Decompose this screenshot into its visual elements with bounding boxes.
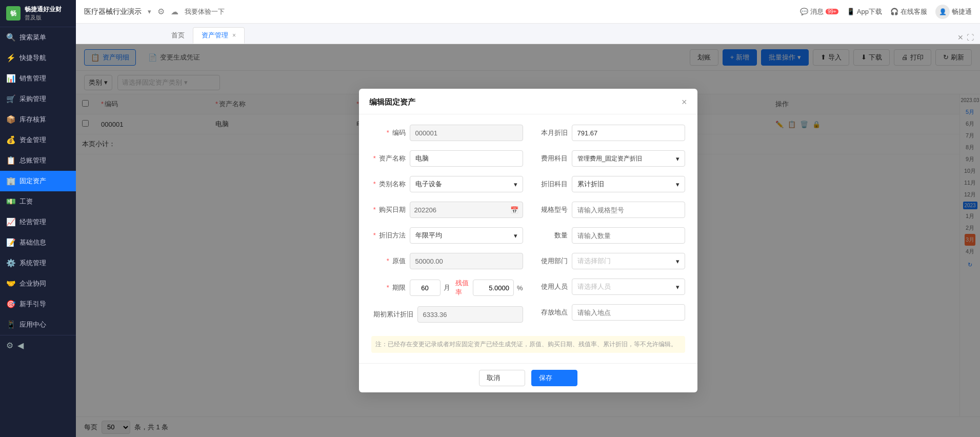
user-menu[interactable]: 👤 畅捷通: [935, 5, 972, 19]
messages-button[interactable]: 💬 消息 99+: [800, 7, 838, 16]
basic-icon: 📝: [6, 238, 15, 247]
settings-bottom-icon[interactable]: ⚙: [6, 341, 13, 350]
quick-icon: ⚡: [6, 53, 15, 63]
field-original-value: * 原值: [371, 253, 523, 269]
purchase-icon: 🛒: [6, 94, 15, 104]
quantity-input[interactable]: [572, 227, 685, 244]
user-dropdown-icon: ▾: [676, 283, 679, 291]
logo-icon: 畅: [6, 6, 21, 21]
modal-body: * 编码 * 资产名称: [359, 114, 697, 363]
depreciation-method-select[interactable]: 年限平均 ▾: [410, 227, 523, 244]
modal-cols: * 编码 * 资产名称: [371, 125, 685, 332]
department-dropdown-icon: ▾: [676, 257, 679, 265]
inventory-icon: 📦: [6, 115, 15, 124]
asset-name-input[interactable]: [410, 150, 523, 167]
field-dep-subject: 折旧科目 累计折旧 ▾: [533, 176, 685, 192]
save-button[interactable]: 保存: [531, 370, 577, 386]
settings-icon[interactable]: ⚙: [157, 7, 165, 16]
code-input[interactable]: [410, 125, 523, 141]
modal-close-button[interactable]: ×: [682, 97, 687, 108]
window-close-icon[interactable]: ✕: [957, 33, 964, 42]
initial-accumulated-input[interactable]: [417, 306, 523, 323]
customer-service-button[interactable]: 🎧 在线客服: [890, 7, 927, 16]
sidebar-item-basic[interactable]: 📝 基础信息: [0, 232, 76, 253]
experience-icon: ☁: [171, 7, 178, 16]
sidebar-item-wages[interactable]: 💵 工资: [0, 191, 76, 212]
sidebar-item-system[interactable]: ⚙️ 系统管理: [0, 253, 76, 273]
guide-icon: 🎯: [6, 300, 15, 309]
edit-asset-modal: 编辑固定资产 × * 编码: [359, 89, 697, 392]
modal-right-col: 本月折旧 费用科目: [533, 125, 685, 332]
modal-title: 编辑固定资产: [369, 97, 415, 107]
sidebar-item-fixed[interactable]: 🏢 固定资产: [0, 171, 76, 191]
content-area: 📋 资产明细 📄 变更生成凭证 划账 + 新增 批量操作 ▾ ⬆ 导入: [76, 44, 980, 437]
sidebar-item-operation[interactable]: 📈 经营管理: [0, 212, 76, 232]
messages-badge: 99+: [826, 9, 838, 14]
sidebar-item-purchase[interactable]: 🛒 采购管理: [0, 89, 76, 109]
category-select[interactable]: 电子设备 ▾: [410, 176, 523, 192]
field-department: 使用部门 请选择部门 ▾: [533, 253, 685, 269]
system-icon: ⚙️: [6, 259, 15, 268]
category-dropdown-icon: ▾: [514, 181, 517, 188]
modal-header: 编辑固定资产 ×: [359, 89, 697, 114]
field-monthly-dep: 本月折旧: [533, 125, 685, 141]
original-value-input[interactable]: [410, 253, 523, 269]
location-input[interactable]: [572, 304, 685, 321]
spec-model-input[interactable]: [572, 202, 685, 218]
field-depreciation-method: * 折旧方法 年限平均 ▾: [371, 227, 523, 244]
sidebar-bottom: ⚙ ◀: [0, 335, 76, 355]
company-name: 医疗器械行业演示: [84, 7, 142, 16]
purchase-date-input[interactable]: 202206 📅: [410, 202, 523, 218]
topbar-right: 💬 消息 99+ 📱 App下载 🎧 在线客服 👤 畅捷通: [800, 5, 972, 19]
calendar-icon: 📅: [510, 206, 518, 214]
modal-overlay: 编辑固定资产 × * 编码: [76, 44, 980, 437]
sidebar-item-enterprise[interactable]: 🤝 企业协同: [0, 273, 76, 294]
topbar: 医疗器械行业演示 ▾ ⚙ ☁ 我要体验一下 💬 消息 99+ 📱 App下载 🎧…: [76, 0, 980, 24]
sidebar-item-quick[interactable]: ⚡ 快捷导航: [0, 48, 76, 68]
sidebar-item-ledger[interactable]: 📋 总账管理: [0, 150, 76, 171]
search-icon: 🔍: [6, 33, 15, 42]
field-code: * 编码: [371, 125, 523, 141]
sidebar-item-search[interactable]: 🔍 搜索菜单: [0, 27, 76, 48]
app-download-button[interactable]: 📱 App下载: [847, 7, 882, 16]
company-dropdown-icon[interactable]: ▾: [148, 8, 151, 15]
field-initial-accumulated: 期初累计折旧: [371, 306, 523, 323]
dep-subject-dropdown-icon: ▾: [676, 181, 679, 188]
field-category: * 类别名称 电子设备 ▾: [371, 176, 523, 192]
residual-input[interactable]: [473, 280, 514, 296]
tab-home[interactable]: 首页: [163, 27, 193, 44]
monthly-dep-input[interactable]: [572, 125, 685, 141]
operation-icon: 📈: [6, 217, 15, 227]
service-icon: 🎧: [890, 8, 898, 15]
tab-asset[interactable]: 资产管理 ×: [193, 27, 245, 44]
cancel-button[interactable]: 取消: [479, 370, 525, 386]
sidebar-item-inventory[interactable]: 📦 库存核算: [0, 109, 76, 130]
fixed-icon: 🏢: [6, 176, 15, 186]
modal-footer: 取消 保存: [359, 363, 697, 392]
field-purchase-date: * 购买日期 202206 📅: [371, 202, 523, 218]
collapse-icon[interactable]: ◀: [17, 341, 24, 350]
experience-text[interactable]: 我要体验一下: [185, 7, 225, 16]
user-select[interactable]: 请选择人员 ▾: [572, 279, 685, 295]
department-select[interactable]: 请选择部门 ▾: [572, 253, 685, 269]
sidebar-logo: 畅 畅捷通好业财 普及版: [0, 0, 76, 27]
expense-subject-select[interactable]: 管理费用_固定资产折旧 ▾: [572, 150, 685, 167]
dep-subject-select[interactable]: 累计折旧 ▾: [572, 176, 685, 192]
sidebar-item-appcenter[interactable]: 📱 应用中心: [0, 314, 76, 335]
tab-bar: 首页 资产管理 × ✕ ⛶: [76, 24, 980, 44]
field-quantity: 数量: [533, 227, 685, 244]
avatar: 👤: [935, 5, 950, 19]
sidebar-item-sales[interactable]: 📊 销售管理: [0, 68, 76, 89]
message-icon: 💬: [800, 8, 808, 15]
field-location: 存放地点: [533, 304, 685, 321]
download-icon: 📱: [847, 8, 855, 15]
sidebar: 畅 畅捷通好业财 普及版 🔍 搜索菜单 ⚡ 快捷导航 📊 销售管理 🛒 采购管理…: [0, 0, 76, 437]
ledger-icon: 📋: [6, 156, 15, 165]
sidebar-item-guide[interactable]: 🎯 新手引导: [0, 294, 76, 314]
period-input[interactable]: [410, 280, 441, 296]
field-spec-model: 规格型号: [533, 202, 685, 218]
expense-dropdown-icon: ▾: [676, 155, 679, 163]
sidebar-item-finance[interactable]: 💰 资金管理: [0, 130, 76, 150]
tab-close-icon[interactable]: ×: [232, 32, 236, 39]
window-maximize-icon[interactable]: ⛶: [967, 33, 974, 42]
